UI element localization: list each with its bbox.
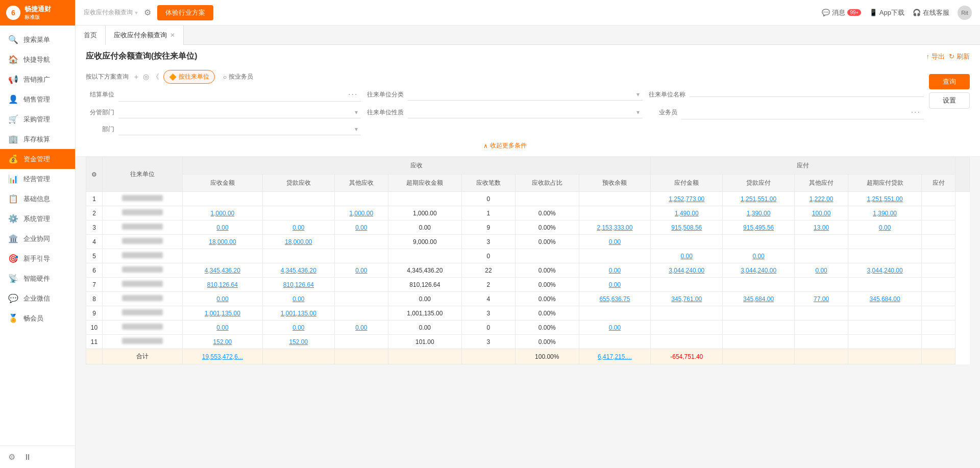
- sidebar-item-search[interactable]: 🔍搜索菜单: [0, 30, 75, 50]
- settings-filter-icon[interactable]: ◎: [143, 72, 149, 82]
- settings-button[interactable]: 设置: [929, 92, 970, 109]
- sidebar-item-quicknav[interactable]: 🏠快捷导航: [0, 50, 75, 69]
- cell-link[interactable]: 1,001,135.00: [205, 310, 240, 317]
- sidebar-item-wechat[interactable]: 💬企业微信: [0, 288, 75, 308]
- sidebar-item-member[interactable]: 🏅畅会员: [0, 308, 75, 328]
- cell-other-ap: 100.00: [795, 206, 848, 220]
- cell-loan-ar: [262, 192, 334, 206]
- sidebar-item-basic[interactable]: 📋基础信息: [0, 189, 75, 209]
- cell-link[interactable]: 345,761.00: [671, 295, 702, 303]
- cell-link[interactable]: 1,222.00: [810, 195, 834, 203]
- cell-link[interactable]: 18,000.00: [209, 238, 236, 245]
- sidebar-item-hardware[interactable]: 📡智能硬件: [0, 268, 75, 288]
- cell-link[interactable]: 0.00: [292, 295, 304, 303]
- sidebar-item-system[interactable]: ⚙️系统管理: [0, 209, 75, 229]
- online-service-button[interactable]: 🎧 在线客服: [913, 8, 949, 17]
- sidebar-item-marketing[interactable]: 📢营销推广: [0, 69, 75, 89]
- salesperson-input[interactable]: ···: [681, 106, 924, 119]
- cell-link[interactable]: 1,001,135.00: [281, 310, 316, 317]
- cell-link[interactable]: 0.00: [355, 267, 367, 274]
- cell-link[interactable]: 0.00: [681, 253, 693, 260]
- filter-by-unit-tag[interactable]: 🔶 按往来单位: [163, 70, 215, 84]
- export-button[interactable]: ↑ 导出: [926, 52, 945, 61]
- cell-link[interactable]: 0.00: [216, 324, 228, 331]
- collapse-more-button[interactable]: ∧ 收起更多条件: [86, 139, 924, 152]
- unit-col-header: 往来单位: [103, 157, 183, 192]
- sidebar-item-purchase[interactable]: 🛒采购管理: [0, 109, 75, 129]
- cell-link[interactable]: 0.00: [609, 281, 621, 288]
- total-overdue-ap: [848, 349, 922, 364]
- add-filter-icon[interactable]: ＋: [133, 72, 140, 82]
- cell-link[interactable]: 152.00: [289, 338, 308, 346]
- cell-link[interactable]: 0.00: [216, 224, 228, 231]
- unit-nature-input[interactable]: ▾: [408, 107, 642, 118]
- sidebar-item-operation[interactable]: 📊经营管理: [0, 169, 75, 189]
- cell-link[interactable]: 0.00: [609, 324, 621, 331]
- sidebar-item-finance[interactable]: 💰资金管理: [0, 149, 75, 169]
- cell-link[interactable]: 915,508.56: [671, 224, 702, 231]
- app-download-button[interactable]: 📱 App下载: [869, 8, 904, 17]
- tab-home[interactable]: 首页: [76, 26, 106, 45]
- tab-receivable[interactable]: 应收应付余额查询 ✕: [106, 26, 184, 45]
- cell-link[interactable]: 1,490.00: [675, 210, 699, 217]
- cell-link[interactable]: 13.00: [814, 224, 829, 231]
- cell-link[interactable]: 0.00: [609, 238, 621, 245]
- cell-link[interactable]: 152.00: [213, 338, 232, 346]
- cell-link[interactable]: 1,390.00: [873, 210, 897, 217]
- settlement-unit-input[interactable]: ···: [118, 88, 361, 102]
- cell-overdue-ar: 0.00: [388, 321, 461, 335]
- cell-link[interactable]: 4,345,436.20: [281, 267, 316, 274]
- sidebar-item-sales[interactable]: 👤销售管理: [0, 89, 75, 109]
- user-avatar-area[interactable]: Rit: [958, 6, 972, 20]
- sidebar-item-guide[interactable]: 🎯新手引导: [0, 249, 75, 268]
- cell-link[interactable]: 0.00: [879, 224, 891, 231]
- cell-link[interactable]: 345,684.00: [870, 295, 900, 303]
- cell-link[interactable]: 1,390.00: [747, 210, 771, 217]
- cell-link[interactable]: 18,000.00: [285, 238, 312, 245]
- refresh-button[interactable]: ↻ 刷新: [949, 52, 970, 61]
- cell-link[interactable]: 0.00: [292, 324, 304, 331]
- total-ar-amount[interactable]: 19,553,472,6...: [182, 349, 262, 364]
- cell-link[interactable]: 0.00: [752, 253, 764, 260]
- cell-link[interactable]: 1,251,551.00: [741, 195, 776, 203]
- collapse-filter-icon[interactable]: 《: [152, 72, 159, 82]
- query-button[interactable]: 查询: [929, 74, 970, 89]
- cell-link[interactable]: 655,636.75: [599, 295, 630, 303]
- cell-link[interactable]: 77.00: [814, 295, 829, 303]
- sidebar-item-corp[interactable]: 🏛️企业协同: [0, 229, 75, 249]
- cell-link[interactable]: 3,044,240.00: [741, 267, 776, 274]
- cell-link[interactable]: 0.00: [609, 267, 621, 274]
- cell-link[interactable]: 1,251,551.00: [867, 195, 903, 203]
- cell-link[interactable]: 100.00: [812, 210, 831, 217]
- cell-link[interactable]: 345,684.00: [743, 295, 774, 303]
- cell-link[interactable]: 0.00: [216, 295, 228, 303]
- cell-link[interactable]: 810,126.64: [207, 281, 238, 288]
- dept-input[interactable]: ▾: [118, 124, 361, 135]
- unit-name-input[interactable]: [690, 92, 924, 97]
- cell-link[interactable]: 0.00: [292, 224, 304, 231]
- cell-link[interactable]: 810,126.64: [283, 281, 314, 288]
- total-prepaid[interactable]: 6,417,215....: [579, 349, 651, 364]
- cell-link[interactable]: 0.00: [355, 324, 367, 331]
- cell-link[interactable]: 3,044,240.00: [867, 267, 903, 274]
- cell-link[interactable]: 2,153,333.00: [597, 224, 632, 231]
- cell-link[interactable]: 1,000.00: [349, 210, 373, 217]
- collapse-icon[interactable]: ⏸: [23, 453, 32, 462]
- cell-link[interactable]: 3,044,240.00: [669, 267, 704, 274]
- cell-link[interactable]: 1,252,773.00: [669, 195, 704, 203]
- dept-manager-input[interactable]: ▾: [118, 107, 361, 118]
- unit-category-input[interactable]: ▾: [408, 89, 642, 101]
- filter-by-staff-option[interactable]: ○ 按业务员: [219, 70, 257, 83]
- promo-button[interactable]: 体验行业方案: [157, 5, 213, 20]
- cell-link[interactable]: 915,495.56: [743, 224, 774, 231]
- cell-link[interactable]: 0.00: [815, 267, 827, 274]
- cell-link[interactable]: 0.00: [355, 224, 367, 231]
- cell-link[interactable]: 1,000.00: [211, 210, 235, 217]
- tab-close-icon[interactable]: ✕: [170, 32, 175, 39]
- messages-button[interactable]: 💬 消息 99+: [822, 8, 861, 17]
- settings-bottom-icon[interactable]: ⚙: [8, 452, 15, 462]
- header-gear-icon[interactable]: ⚙: [144, 8, 151, 17]
- cell-link[interactable]: 4,345,436.20: [205, 267, 240, 274]
- cell-loan-ar: 1,001,135.00: [262, 306, 334, 321]
- sidebar-item-inventory[interactable]: 🏢库存核算: [0, 129, 75, 149]
